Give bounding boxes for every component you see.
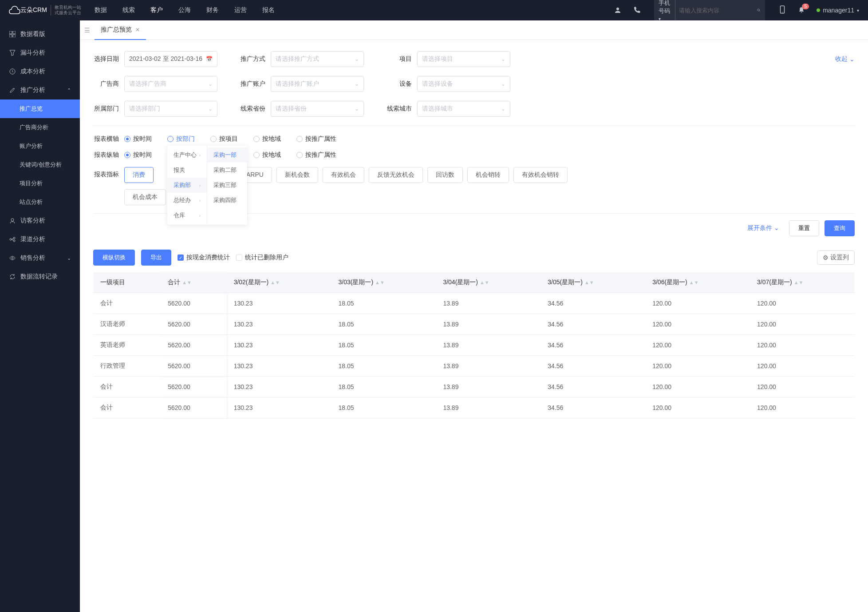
nav-leads[interactable]: 线索 [122, 6, 135, 14]
province-select[interactable]: 请选择省份⌄ [271, 101, 364, 117]
nav-customer[interactable]: 客户 [150, 6, 163, 14]
metric-invalid[interactable]: 反馈无效机会 [369, 167, 423, 183]
mobile-icon[interactable] [778, 5, 786, 16]
dropdown-item[interactable]: 采购一部 [207, 147, 247, 163]
dropdown-item[interactable]: 报关 [167, 163, 207, 178]
sidebar-item-promotion[interactable]: 推广分析⌃ [0, 81, 80, 99]
svg-rect-7 [13, 35, 16, 37]
date-range-input[interactable]: 2021-03-02 至 2021-03-16📅 [124, 51, 217, 67]
settings-columns[interactable]: ⚙设置列 [817, 250, 855, 265]
dept-select[interactable]: 请选择部门⌄ [124, 101, 217, 117]
dropdown-item[interactable]: 总经办› [167, 193, 207, 208]
th-total[interactable]: 合计▲▼ [161, 272, 226, 293]
sort-icon[interactable]: ▲▼ [375, 282, 385, 284]
sidebar-item-channel[interactable]: 渠道分析 [0, 230, 80, 249]
th-date[interactable]: 3/03(星期一)▲▼ [331, 272, 436, 293]
search-type[interactable]: 手机号码 ▾ [659, 0, 675, 22]
dropdown-item[interactable]: 采购三部 [207, 178, 247, 193]
account-select[interactable]: 请选择推广账户⌄ [271, 76, 364, 92]
sort-icon[interactable]: ▲▼ [270, 282, 280, 284]
advertiser-select[interactable]: 请选择广告商⌄ [124, 76, 217, 92]
metric-validconv[interactable]: 有效机会销转 [513, 167, 568, 183]
table-cell: 5620.00 [161, 293, 226, 314]
sidebar-item-cost[interactable]: 成本分析 [0, 62, 80, 81]
th-date[interactable]: 3/02(星期一)▲▼ [227, 272, 331, 293]
cash-stats-checkbox[interactable]: ✓按现金消费统计 [178, 254, 230, 262]
metric-revisit[interactable]: 回访数 [427, 167, 463, 183]
dropdown-item[interactable]: 仓库› [167, 208, 207, 223]
radio-h-region[interactable]: 按地域 [253, 135, 281, 143]
project-select[interactable]: 请选择项目⌄ [417, 51, 510, 67]
collapse-link[interactable]: 收起 ⌄ [835, 55, 855, 63]
sidebar-item-project[interactable]: 项目分析 [0, 174, 80, 193]
tab-promo-overview[interactable]: 推广总预览 ✕ [95, 20, 146, 40]
close-icon[interactable]: ✕ [135, 27, 140, 33]
query-button[interactable]: 查询 [825, 220, 855, 236]
search-box[interactable]: 手机号码 ▾ [654, 0, 765, 24]
city-select[interactable]: 请选择城市⌄ [417, 101, 510, 117]
dropdown-item[interactable]: 采购部› [167, 178, 207, 193]
dropdown-item[interactable]: 采购四部 [207, 193, 247, 208]
metric-consume[interactable]: 消费 [124, 167, 154, 183]
radio-h-promo[interactable]: 按推广属性 [296, 135, 336, 143]
dropdown-item[interactable]: 生产中心› [167, 147, 207, 163]
user-menu[interactable]: manager11 ▾ [817, 7, 859, 14]
sidebar-item-account[interactable]: 账户分析 [0, 137, 80, 155]
sidebar-item-sales[interactable]: 销售分析⌄ [0, 249, 80, 267]
sidebar-item-dashboard[interactable]: 数据看版 [0, 25, 80, 44]
expand-conditions[interactable]: 展开条件 ⌄ [747, 224, 779, 232]
toggle-button[interactable]: 横纵切换 [93, 250, 135, 266]
radio-v-time[interactable]: 按时间 [124, 151, 152, 159]
chevron-down-icon: ▾ [857, 8, 859, 13]
sidebar-item-promo-overview[interactable]: 推广总览 [0, 99, 80, 118]
search-icon[interactable] [757, 7, 761, 14]
th-date[interactable]: 3/06(星期一)▲▼ [645, 272, 750, 293]
phone-icon[interactable] [633, 6, 641, 14]
nav-sea[interactable]: 公海 [178, 6, 191, 14]
hamburger-icon[interactable]: ☰ [84, 27, 90, 34]
sidebar-item-site[interactable]: 站点分析 [0, 193, 80, 211]
radio-v-promo[interactable]: 按推广属性 [296, 151, 336, 159]
sort-icon[interactable]: ▲▼ [584, 282, 594, 284]
radio-h-dept[interactable]: 按部门 生产中心› 报关 采购部› 总经办› 仓库› 采购一部 [167, 135, 195, 143]
radio-v-region[interactable]: 按地域 [253, 151, 281, 159]
sort-icon[interactable]: ▲▼ [480, 282, 489, 284]
metric-opcost[interactable]: 机会成本 [124, 189, 166, 205]
sidebar-item-keyword[interactable]: 关键词/创意分析 [0, 155, 80, 174]
deleted-stats-checkbox[interactable]: 统计已删除用户 [236, 254, 288, 262]
search-input[interactable] [675, 7, 757, 14]
th-project[interactable]: 一级项目 [93, 272, 161, 293]
table-cell: 120.00 [645, 377, 750, 397]
th-date[interactable]: 3/05(星期一)▲▼ [541, 272, 645, 293]
nav-finance[interactable]: 财务 [206, 6, 219, 14]
sort-icon[interactable]: ▲▼ [794, 282, 804, 284]
nav-data[interactable]: 数据 [95, 6, 107, 14]
radio-h-time[interactable]: 按时间 [124, 135, 152, 143]
method-select[interactable]: 请选择推广方式⌄ [271, 51, 364, 67]
dropdown-item[interactable]: 采购二部 [207, 163, 247, 178]
svg-point-11 [13, 237, 15, 239]
metric-validop[interactable]: 有效机会 [323, 167, 364, 183]
tab-bar: ☰ 推广总预览 ✕ [80, 20, 868, 40]
sort-icon[interactable]: ▲▼ [689, 282, 699, 284]
person-icon[interactable] [614, 6, 622, 14]
th-date[interactable]: 3/07(星期一)▲▼ [750, 272, 855, 293]
sidebar-item-flow[interactable]: 数据流转记录 [0, 267, 80, 286]
nav-operation[interactable]: 运营 [234, 6, 247, 14]
metric-opconv[interactable]: 机会销转 [467, 167, 509, 183]
sidebar-item-visitor[interactable]: 访客分析 [0, 211, 80, 230]
nav-signup[interactable]: 报名 [262, 6, 275, 14]
sidebar-item-advertiser[interactable]: 广告商分析 [0, 118, 80, 137]
table-cell: 130.23 [227, 335, 331, 356]
reset-button[interactable]: 重置 [789, 220, 819, 236]
table-cell: 120.00 [645, 314, 750, 335]
export-button[interactable]: 导出 [141, 250, 171, 266]
radio-h-project[interactable]: 按项目 [210, 135, 238, 143]
th-date[interactable]: 3/04(星期一)▲▼ [436, 272, 541, 293]
logo[interactable]: 云朵CRM 教育机构一站 式服务云平台 [9, 5, 81, 16]
sort-icon[interactable]: ▲▼ [182, 282, 192, 284]
sidebar-item-funnel[interactable]: 漏斗分析 [0, 44, 80, 62]
metric-newop[interactable]: 新机会数 [276, 167, 318, 183]
notifications[interactable]: 5 [797, 6, 805, 14]
device-select[interactable]: 请选择设备⌄ [417, 76, 510, 92]
